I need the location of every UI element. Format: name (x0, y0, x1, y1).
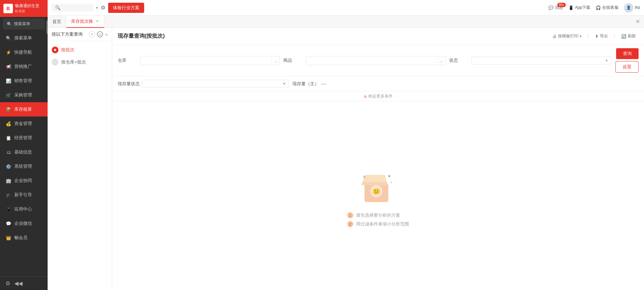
scheme-list: 按批次 按仓库+批次 (48, 41, 112, 290)
sidebar-item-finance[interactable]: 💰 资金管理 (0, 116, 48, 131)
sidebar-item-purchase[interactable]: 🛒 采购管理 (0, 88, 48, 102)
close-all-button[interactable]: ✕ (631, 18, 644, 25)
svg-text:✦: ✦ (390, 181, 392, 184)
warehouse-filter-label: 仓库 (118, 57, 138, 64)
print-button[interactable]: 🖨 按模板打印 ▾ (550, 32, 584, 40)
warehouse-dots-icon[interactable]: ... (271, 58, 280, 63)
sidebar-item-label-enterprise: 企业协同 (14, 178, 32, 184)
sidebar-item-enterprise[interactable]: 🏢 企业协同 (0, 174, 48, 188)
sidebar-item-system[interactable]: ⚙️ 系统管理 (0, 159, 48, 174)
query-button[interactable]: 查询 (616, 48, 639, 59)
sidebar-item-label-search: 搜索菜单 (14, 35, 32, 41)
app-name: 畅康通好生意 (15, 3, 39, 9)
sidebar-footer: ⚙ ◀◀ (0, 276, 48, 290)
export-button[interactable]: ⬆ 导出 (592, 32, 611, 40)
search-icon: 🔍 (7, 22, 12, 26)
settings-icon[interactable]: ⚙ (5, 280, 10, 287)
sidebar-nav: 🔍 搜索菜单 ⚡ 快捷导航 📢 营销推广 📊 销售管理 🛒 采购管理 📦 库存核… (0, 31, 48, 276)
status-dropdown-icon[interactable]: ▼ (605, 59, 608, 62)
topbar-search-icon: 🔍 (55, 5, 61, 10)
tab-inventory-batch[interactable]: 库存批次账✕ (66, 16, 104, 28)
username-label: Rit (635, 5, 640, 10)
empty-tips: 1 请先选择要分析的方案 2 用过滤条件来缩小分析范围 (347, 212, 409, 227)
stock-status-label: 现存量状态 (118, 81, 140, 87)
member-icon: 👑 (5, 235, 12, 241)
app-logo: B (3, 4, 13, 13)
sidebar-header: B 畅康通好生意 标准版 (0, 0, 48, 17)
messages-badge: 99+ (557, 3, 566, 7)
user-avatar: 👤 (624, 3, 633, 13)
refresh-button[interactable]: 🔄 刷新 (618, 32, 639, 40)
scheme-header-label: 按以下方案查询 (52, 31, 83, 37)
separator2: | (614, 34, 615, 39)
collapse-bar[interactable]: ∧ 收起更多条件 (112, 91, 644, 102)
trial-button[interactable]: 体验行业方案 (108, 3, 144, 13)
filter-product: 商品 ... (283, 56, 445, 65)
sidebar-item-label-marketing: 营销推广 (14, 64, 32, 70)
tip-2-num: 2 (347, 221, 353, 227)
app-download-icon: 📱 (569, 5, 574, 10)
sidebar-item-operations[interactable]: 📋 经营管理 (0, 131, 48, 145)
app-info: 畅康通好生意 标准版 (15, 3, 39, 14)
empty-tip-2: 2 用过滤条件来缩小分析范围 (347, 221, 409, 227)
topbar-search-input[interactable] (63, 5, 90, 10)
sidebar-scrollbar[interactable] (46, 20, 48, 34)
sidebar-item-label-guide: 新手引导 (14, 192, 32, 198)
sidebar-item-basics[interactable]: 🗂 基础信息 (0, 145, 48, 159)
warehouse-input[interactable] (140, 56, 271, 65)
sidebar-item-member[interactable]: 👑 畅会员 (0, 231, 48, 245)
scheme-item-batch[interactable]: 按批次 (48, 44, 112, 56)
sidebar-item-quicknav[interactable]: ⚡ 快捷导航 (0, 45, 48, 59)
content-area: 现存量查询(按批次) 🖨 按模板打印 ▾ | ⬆ 导出 | 🔄 刷新 (112, 28, 644, 290)
settings-button[interactable]: 设置 (615, 61, 639, 73)
collapse-label: 收起更多条件 (368, 93, 393, 99)
product-input[interactable] (306, 56, 437, 65)
topbar-gear-icon[interactable]: ⚙ (101, 4, 105, 11)
main-content: 按以下方案查询 + ◎ « 按批次 按仓库+批次 现存量查询(按批次) 🖨 按模… (48, 28, 644, 290)
online-service-button[interactable]: 🎧 在线客服 (596, 5, 618, 11)
page-header: 现存量查询(按批次) 🖨 按模板打印 ▾ | ⬆ 导出 | 🔄 刷新 (112, 28, 644, 45)
quicknav-icon: ⚡ (5, 49, 12, 55)
sidebar-item-apps[interactable]: 📱 应用中心 (0, 202, 48, 216)
filters-wrapper: 仓库 ... 商品 ... (112, 45, 644, 102)
tab-home[interactable]: 首页 (48, 16, 66, 28)
topbar-dropdown-icon[interactable]: ▾ (96, 5, 98, 10)
tab-label-home: 首页 (52, 19, 61, 25)
collapse-sidebar-icon[interactable]: ◀◀ (14, 280, 22, 287)
svg-point-1 (54, 49, 56, 51)
topbar-left: 🔍 ▾ ⚙ 体验行业方案 (52, 3, 546, 13)
print-dropdown-icon[interactable]: ▾ (580, 34, 581, 38)
sidebar-item-inventory[interactable]: 📦 库存核算 (0, 102, 48, 116)
wechat-icon: 💬 (5, 220, 12, 226)
headset-icon: 🎧 (596, 5, 601, 10)
stock-status-arrow[interactable]: ▼ (283, 82, 286, 86)
user-menu[interactable]: 👤 Rit (624, 3, 640, 13)
scheme-settings-icon[interactable]: ◎ (97, 31, 103, 37)
sidebar-item-search[interactable]: 🔍 搜索菜单 (0, 31, 48, 45)
messages-button[interactable]: 💬 消息 99+ (548, 5, 563, 11)
product-dots-icon[interactable]: ... (437, 58, 445, 63)
sidebar-item-label-operations: 经营管理 (14, 135, 32, 141)
sidebar-item-sales[interactable]: 📊 销售管理 (0, 74, 48, 88)
sidebar-search[interactable]: 🔍 搜索菜单 (3, 18, 45, 30)
tab-label-inventory-batch: 库存批次账 (71, 18, 93, 24)
page-title: 现存量查询(按批次) (118, 33, 165, 40)
svg-text:✦: ✦ (363, 175, 366, 179)
topbar-search-bar[interactable]: 🔍 (52, 4, 93, 12)
app-download-button[interactable]: 📱 App下载 (569, 5, 590, 11)
empty-illustration: 😕 ✦ ✦ ✦ (358, 165, 399, 205)
sidebar-item-wechat[interactable]: 💬 企业微信 (0, 216, 48, 231)
tip-1-num: 1 (347, 212, 353, 218)
scheme-collapse-icon[interactable]: « (105, 32, 108, 37)
filter-stock-status: 现存量状态 ▼ (118, 80, 289, 88)
stock-qty-label: 现存量（主） (292, 81, 319, 87)
marketing-icon: 📢 (5, 64, 12, 70)
scheme-item-warehouse-batch[interactable]: 按仓库+批次 (48, 56, 112, 68)
sidebar-item-marketing[interactable]: 📢 营销推广 (0, 59, 48, 74)
add-scheme-icon[interactable]: + (89, 31, 95, 37)
tab-close-inventory-batch[interactable]: ✕ (95, 19, 99, 24)
purchase-icon: 🛒 (5, 92, 12, 98)
sidebar-item-guide[interactable]: 🎓 新手引导 (0, 188, 48, 202)
svg-marker-5 (361, 182, 388, 185)
right-actions: 查询 设置 (615, 48, 639, 73)
